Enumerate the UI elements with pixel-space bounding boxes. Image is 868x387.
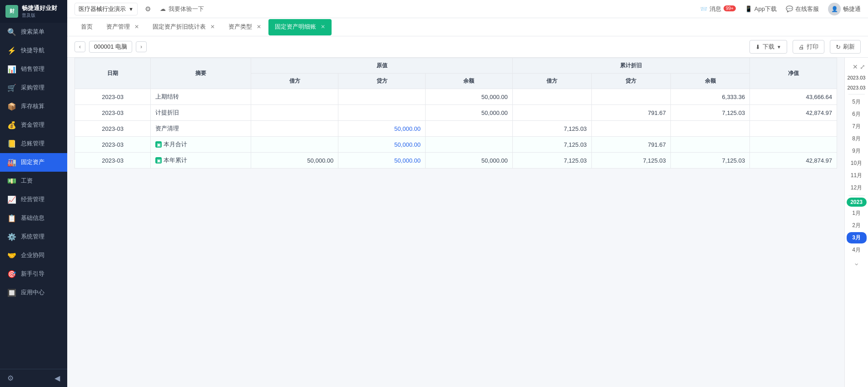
sidebar-item-search[interactable]: 🔍 搜索菜单 xyxy=(0,23,67,41)
summary-text: 本年累计 xyxy=(164,156,187,164)
month-4[interactable]: 4月 xyxy=(847,244,867,256)
col-summary: 摘要 xyxy=(151,58,251,89)
sidebar-item-enterprise[interactable]: 🤝 企业协同 xyxy=(0,246,67,265)
user-menu[interactable]: 👤 畅捷通 xyxy=(828,3,861,15)
tab-asset-type[interactable]: 资产类型 ✕ xyxy=(222,19,268,35)
main-area: 医疗器械行业演示 ▼ ⚙ ☁ 我要体验一下 📨 消息 99+ 📱 App下载 💬… xyxy=(67,0,868,387)
notifications-badge: 99+ xyxy=(724,5,736,11)
sidebar-item-inventory[interactable]: 📦 库存核算 xyxy=(0,97,67,116)
tab-home[interactable]: 首页 xyxy=(74,19,99,35)
sidebar: 财 畅捷通好业财 普及版 🔍 搜索菜单 ⚡ 快捷导航 📊 销售管理 🛒 采购管理… xyxy=(0,0,67,387)
cell-date: 2023-03 xyxy=(75,137,151,153)
month-10[interactable]: 10月 xyxy=(847,158,867,169)
settings-icon[interactable]: ⚙ xyxy=(7,374,14,382)
cell-date: 2023-03 xyxy=(75,153,151,169)
sidebar-item-quicknav[interactable]: ⚡ 快捷导航 xyxy=(0,41,67,60)
month-1[interactable]: 1月 xyxy=(847,208,867,219)
logo-text: 畅捷通好业财 普及版 xyxy=(22,5,57,18)
divider-2 xyxy=(848,195,865,196)
sidebar-item-system[interactable]: ⚙️ 系统管理 xyxy=(0,228,67,246)
sidebar-item-label: 固定资产 xyxy=(21,158,45,166)
refresh-icon: ↻ xyxy=(836,44,841,50)
tab-asset-mgmt[interactable]: 资产管理 ✕ xyxy=(100,19,145,35)
cell-accum-credit: 7,125.03 xyxy=(591,153,670,169)
cell-accum-debit xyxy=(512,105,591,121)
sidebar-nav: 🔍 搜索菜单 ⚡ 快捷导航 📊 销售管理 🛒 采购管理 📦 库存核算 💰 资金管… xyxy=(0,23,67,369)
year-2023-label[interactable]: 2023 xyxy=(847,198,867,207)
sidebar-logo: 财 畅捷通好业财 普及版 xyxy=(0,0,67,23)
guide-icon: 🎯 xyxy=(7,270,16,278)
month-9[interactable]: 9月 xyxy=(847,145,867,157)
chevron-down-icon: ▼ xyxy=(129,6,134,12)
cell-accum-credit xyxy=(591,121,670,137)
sidebar-item-salary[interactable]: 💵 工资 xyxy=(0,172,67,190)
sidebar-item-fixed-assets[interactable]: 🏭 固定资产 xyxy=(0,153,67,172)
cell-date: 2023-03 xyxy=(75,121,151,137)
col-date: 日期 xyxy=(75,58,151,89)
cell-accum-debit: 7,125.03 xyxy=(512,137,591,153)
sidebar-item-label: 资金管理 xyxy=(21,121,45,129)
sidebar-item-app-center[interactable]: 🔲 应用中心 xyxy=(0,283,67,302)
tab-depreciation-stats-close[interactable]: ✕ xyxy=(210,24,215,30)
download-btn[interactable]: ⬇ 下载 ▼ xyxy=(749,40,787,54)
cell-orig-credit xyxy=(338,89,426,105)
sidebar-item-label: 总账管理 xyxy=(21,139,45,148)
print-btn[interactable]: 🖨 打印 xyxy=(793,40,824,54)
topbar-right: 📨 消息 99+ 📱 App下载 💬 在线客服 👤 畅捷通 xyxy=(700,3,861,15)
tab-asset-type-close[interactable]: ✕ xyxy=(257,24,261,30)
sidebar-item-label: 采购管理 xyxy=(21,84,45,92)
download-icon: 📱 xyxy=(745,5,752,12)
quicknav-icon: ⚡ xyxy=(7,46,16,55)
experience-label: 我要体验一下 xyxy=(169,5,204,13)
sidebar-item-operations[interactable]: 📈 经营管理 xyxy=(0,190,67,209)
minimize-icon[interactable]: ✕ xyxy=(853,63,858,70)
month-5[interactable]: 5月 xyxy=(847,96,867,108)
tab-depreciation-stats[interactable]: 固定资产折旧统计表 ✕ xyxy=(146,19,221,35)
month-6[interactable]: 6月 xyxy=(847,109,867,120)
cell-accum-credit: 791.67 xyxy=(591,105,670,121)
sidebar-item-guide[interactable]: 🎯 新手引导 xyxy=(0,265,67,283)
experience-icon: ☁ xyxy=(160,5,166,12)
cell-accum-balance: 7,125.03 xyxy=(671,153,750,169)
experience-btn[interactable]: ☁ 我要体验一下 xyxy=(160,5,204,13)
scroll-down-icon[interactable]: ⌄ xyxy=(853,258,859,267)
tab-asset-mgmt-close[interactable]: ✕ xyxy=(134,24,139,30)
date-item[interactable]: 2023.03 xyxy=(847,73,867,82)
tab-depreciation-stats-label: 固定资产折旧统计表 xyxy=(153,23,206,31)
cell-summary: 计提折旧 xyxy=(151,105,251,121)
notifications-btn[interactable]: 📨 消息 99+ xyxy=(700,5,736,13)
cell-accum-balance: 7,125.03 xyxy=(671,105,750,121)
date-item-2[interactable]: 2023.03 xyxy=(847,83,867,92)
expand-icon[interactable]: ⤢ xyxy=(860,63,865,70)
customer-service-btn[interactable]: 💬 在线客服 xyxy=(786,5,819,13)
sidebar-item-finance[interactable]: 💰 资金管理 xyxy=(0,116,67,134)
col-accum-balance: 余额 xyxy=(671,74,750,89)
prev-asset-btn[interactable]: ‹ xyxy=(74,41,85,52)
month-2[interactable]: 2月 xyxy=(847,220,867,231)
app-download-btn[interactable]: 📱 App下载 xyxy=(745,5,777,13)
tab-asset-detail-close[interactable]: ✕ xyxy=(321,24,325,30)
cell-orig-debit xyxy=(251,137,338,153)
month-3[interactable]: 3月 xyxy=(847,232,867,243)
refresh-btn[interactable]: ↻ 刷新 xyxy=(830,40,861,54)
sidebar-item-sales[interactable]: 📊 销售管理 xyxy=(0,60,67,79)
sidebar-item-label: 企业协同 xyxy=(21,251,45,259)
month-7[interactable]: 7月 xyxy=(847,121,867,132)
col-orig-credit: 贷方 xyxy=(338,74,426,89)
company-selector[interactable]: 医疗器械行业演示 ▼ xyxy=(74,3,138,15)
month-11[interactable]: 11月 xyxy=(847,170,867,181)
cell-orig-balance: 50,000.00 xyxy=(425,153,512,169)
sidebar-item-purchase[interactable]: 🛒 采购管理 xyxy=(0,79,67,97)
next-asset-btn[interactable]: › xyxy=(136,41,147,52)
month-8[interactable]: 8月 xyxy=(847,133,867,144)
refresh-label: 刷新 xyxy=(843,43,855,51)
tab-asset-detail[interactable]: 固定资产明细账 ✕ xyxy=(268,19,332,35)
collapse-sidebar-icon[interactable]: ◀ xyxy=(55,374,60,382)
cell-net-value: 42,874.97 xyxy=(750,153,837,169)
sidebar-item-basic-info[interactable]: 📋 基础信息 xyxy=(0,209,67,228)
download-icon: ⬇ xyxy=(755,44,760,50)
settings-gear-icon[interactable]: ⚙ xyxy=(145,5,151,13)
finance-icon: 💰 xyxy=(7,121,16,129)
month-12[interactable]: 12月 xyxy=(847,182,867,194)
sidebar-item-ledger[interactable]: 📒 总账管理 xyxy=(0,134,67,153)
